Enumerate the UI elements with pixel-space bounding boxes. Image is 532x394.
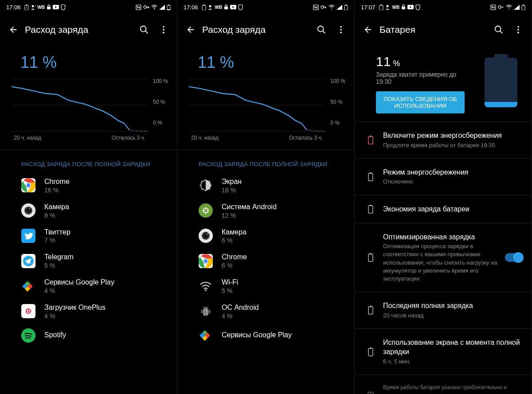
svg-point-63	[205, 289, 207, 291]
toggle-switch[interactable]	[501, 253, 523, 262]
wb-indicator: WB	[38, 5, 45, 10]
svg-rect-11	[168, 4, 169, 5]
svg-rect-5	[47, 7, 51, 9]
list-item[interactable]: Chrome6 %	[177, 248, 354, 273]
status-bar: 17:07 WB	[355, 0, 532, 14]
battery-graph-card[interactable]: 11 % 100 % 50 % 0 % 20 ч. назад Осталось…	[0, 45, 177, 147]
list-item[interactable]: Сервисы Google Play4 %	[0, 273, 177, 299]
setting-row[interactable]: Оптимизированная зарядкаОптимизация проц…	[355, 226, 532, 289]
list-item[interactable]: Spotify	[0, 324, 177, 347]
bat-plus-icon	[361, 172, 380, 182]
oneplus-icon	[21, 304, 35, 318]
svg-rect-93	[370, 347, 372, 349]
x-label-right: Осталось 3 ч.	[112, 135, 145, 141]
camera-icon	[21, 203, 35, 218]
setting-row[interactable]: Использование экрана с момента полной за…	[355, 332, 532, 372]
more-vert-icon	[159, 25, 168, 35]
more-button[interactable]	[509, 20, 528, 39]
item-percent: 18 %	[222, 187, 345, 194]
svg-point-42	[331, 8, 332, 9]
svg-point-8	[144, 6, 146, 8]
status-bar: 17:06 WB	[177, 0, 354, 14]
back-button[interactable]	[4, 20, 23, 39]
setting-row[interactable]: Последняя полная зарядка20 часов назад	[355, 295, 532, 326]
item-title: Wi-Fi	[222, 278, 345, 287]
item-percent: 6 %	[222, 237, 345, 244]
svg-rect-36	[203, 4, 204, 5]
svg-rect-77	[523, 4, 524, 5]
twitter-icon	[21, 229, 35, 243]
battery-graph-card[interactable]: 11 % 100 % 50 % 0 % 20 ч. назад Осталось…	[177, 45, 354, 147]
list-item[interactable]: ОС Android4 %	[177, 299, 354, 324]
setting-row[interactable]: Режим энергосбереженияОтключено	[355, 161, 532, 192]
list-item[interactable]: Загрузчик OnePlus4 %	[0, 299, 177, 324]
search-icon	[139, 25, 149, 35]
divider	[355, 158, 532, 159]
svg-point-14	[163, 26, 164, 28]
svg-point-53	[199, 203, 213, 218]
bat-screen-icon	[361, 347, 380, 357]
svg-rect-43	[344, 5, 348, 10]
list-item[interactable]: Твиттер7 %	[0, 223, 177, 249]
battery-summary: 11 % Заряда хватит примерно до 19:30 ПОК…	[355, 45, 532, 119]
svg-rect-88	[368, 254, 373, 261]
setting-row[interactable]: Включите режим энергосбереженияПродлите …	[355, 125, 532, 156]
list-item[interactable]: Камера9 %	[0, 198, 177, 223]
bat-opt-icon	[361, 253, 380, 262]
list-item[interactable]: Сервисы Google Play	[177, 324, 354, 347]
search-button[interactable]	[134, 20, 154, 39]
setting-subtitle: 20 часов назад	[383, 312, 523, 320]
search-icon	[317, 25, 326, 35]
svg-rect-44	[345, 4, 347, 5]
lock-icon	[47, 4, 51, 10]
svg-point-65	[207, 308, 207, 309]
list-item[interactable]: Chrome16 %	[0, 173, 177, 198]
list-item[interactable]: Telegram5 %	[0, 248, 177, 273]
setting-subtitle: Отключено	[383, 178, 523, 186]
item-title: Spotify	[44, 331, 168, 340]
svg-rect-76	[522, 5, 525, 10]
svg-rect-12	[167, 9, 170, 10]
svg-rect-69	[380, 4, 382, 5]
setting-row[interactable]: Экономия заряда батареи	[355, 198, 532, 220]
y-label-50: 50 %	[153, 99, 168, 105]
list-item[interactable]: Система Android12 %	[177, 198, 354, 223]
page-title: Расход заряда	[23, 24, 134, 35]
y-label-100: 100 %	[330, 78, 345, 84]
lock-icon	[224, 4, 228, 10]
y-label-100: 100 %	[153, 78, 168, 84]
svg-rect-1	[26, 4, 27, 5]
item-percent: 4 %	[44, 287, 168, 294]
status-bar: 17:06 ! + WB	[0, 0, 177, 14]
svg-rect-82	[368, 137, 373, 144]
battery-status-icon: !	[24, 4, 29, 10]
page-title: Расход заряда	[200, 24, 312, 35]
divider	[355, 223, 532, 223]
back-button[interactable]	[358, 20, 378, 39]
list-item[interactable]: Экран18 %	[177, 173, 354, 198]
search-button[interactable]	[312, 20, 331, 39]
info-icon	[361, 384, 380, 394]
nfc-icon	[313, 4, 319, 10]
search-button[interactable]	[489, 20, 509, 39]
y-label-50: 50 %	[330, 99, 345, 105]
setting-title: Включите режим энергосбережения	[383, 131, 523, 140]
divider	[0, 150, 177, 150]
svg-text:!: !	[26, 6, 27, 9]
more-button[interactable]	[331, 20, 351, 39]
usage-list: Экран18 %Система Android12 %Камера6 %Chr…	[177, 173, 354, 351]
setting-title: Режим энергосбережения	[383, 168, 523, 177]
battery-icon	[344, 4, 348, 10]
person-icon	[208, 4, 213, 10]
svg-point-46	[340, 26, 342, 28]
show-usage-button[interactable]: ПОКАЗАТЬ СВЕДЕНИЯ ОБ ИСПОЛЬЗОВАНИИ	[376, 91, 465, 113]
svg-point-80	[517, 29, 519, 31]
svg-rect-92	[368, 348, 373, 356]
list-item[interactable]: Камера6 %	[177, 223, 354, 249]
more-button[interactable]	[154, 20, 173, 39]
svg-point-3	[31, 5, 34, 8]
playserv-icon	[21, 279, 35, 293]
back-button[interactable]	[181, 20, 200, 39]
list-item[interactable]: Wi-Fi5 %	[177, 273, 354, 299]
svg-point-27	[29, 208, 31, 210]
